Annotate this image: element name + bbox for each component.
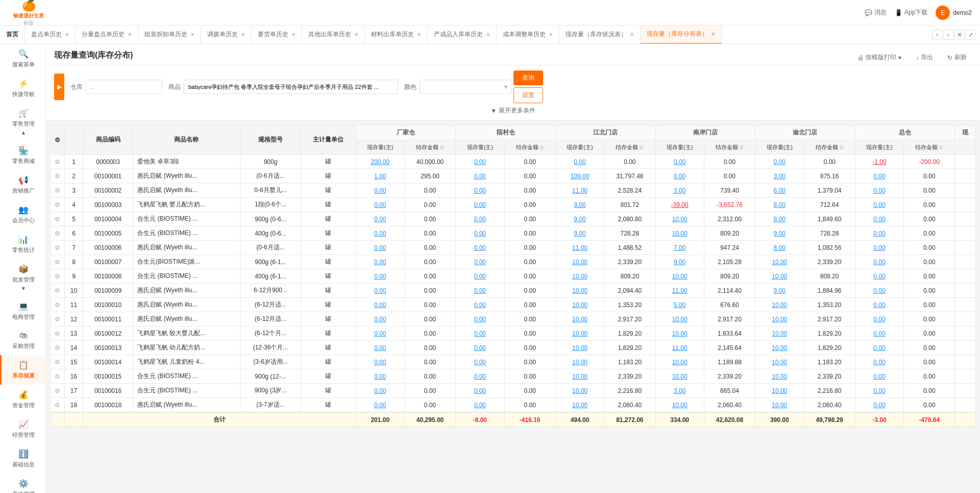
col-namd-qty[interactable]: 10.00	[655, 326, 704, 341]
col-zc-qty[interactable]: 0.00	[855, 212, 903, 226]
sidebar-item-member[interactable]: 👥 会员中心	[0, 200, 45, 229]
col-jbmd-qty[interactable]: 10.00	[555, 341, 604, 355]
goods-input[interactable]	[184, 80, 398, 94]
warehouse-input[interactable]	[86, 80, 162, 94]
sidebar-item-mall[interactable]: 🏪 零售商城	[0, 140, 45, 170]
sidebar-item-operations[interactable]: 📈 经营管理	[0, 414, 45, 444]
col-zc-qty[interactable]: -1.00	[855, 155, 903, 169]
col-namd-qty[interactable]: 10.00	[655, 312, 704, 326]
sidebar-item-basics[interactable]: ℹ️ 基础信息	[0, 444, 45, 474]
col-zc-qty[interactable]: 0.00	[855, 298, 903, 312]
close-tab-zuzhezuixie[interactable]: ✕	[190, 32, 194, 37]
col-zc-qty[interactable]: 0.00	[855, 183, 903, 198]
col-ybmd-qty[interactable]: 10.00	[755, 269, 804, 284]
col-setting[interactable]: ⚙	[51, 312, 65, 326]
col-cfj-qty[interactable]: 0.00	[356, 241, 404, 255]
col-setting[interactable]: ⚙	[51, 226, 65, 241]
close-tab-diaopei[interactable]: ✕	[241, 32, 245, 37]
col-jbmd-qty[interactable]: 0.00	[555, 155, 604, 169]
col-jbmd-qty[interactable]: 11.00	[555, 241, 604, 255]
sidebar-item-search[interactable]: 🔍 搜索英单	[0, 44, 45, 74]
col-ybmd-qty[interactable]: 10.00	[755, 255, 804, 269]
setting-btn[interactable]: 设置	[513, 87, 543, 103]
col-jbmd-qty[interactable]: 10.00	[555, 369, 604, 384]
col-namd-qty[interactable]: 10.00	[655, 355, 704, 369]
col-mcj-qty[interactable]: 0.00	[456, 155, 504, 169]
messages-btn[interactable]: 💬 消息	[865, 8, 887, 17]
col-mcj-qty[interactable]: 0.00	[456, 284, 504, 298]
col-setting[interactable]: ⚙	[51, 155, 65, 169]
col-setting[interactable]: ⚙	[51, 369, 65, 384]
close-tab-yaohuo[interactable]: ✕	[291, 32, 296, 37]
col-setting[interactable]: ⚙	[51, 269, 65, 284]
col-cfj-qty[interactable]: 0.00	[356, 226, 404, 241]
table-container[interactable]: ⚙ 商品编码 商品名称 规格型号 主计量单位 厂家仓 陌村仓 江北门店 南岸门店…	[46, 121, 980, 493]
col-mcj-qty[interactable]: 0.00	[456, 183, 504, 198]
sidebar-item-retail[interactable]: 🛒 零售管理 ▲	[0, 103, 45, 140]
col-zc-qty[interactable]: 0.00	[855, 269, 903, 284]
col-setting[interactable]: ⚙	[51, 298, 65, 312]
col-namd-qty[interactable]: 10.00	[655, 212, 704, 226]
col-cfj-qty[interactable]: 0.00	[356, 183, 404, 198]
col-jbmd-qty[interactable]: 109.00	[555, 169, 604, 183]
tab-next-btn[interactable]: ›	[943, 30, 953, 40]
col-setting[interactable]: ⚙	[51, 212, 65, 226]
col-zc-qty[interactable]: 0.00	[855, 255, 903, 269]
col-zc-qty[interactable]: 0.00	[855, 198, 903, 212]
close-tab-qitachuku[interactable]: ✕	[354, 32, 358, 37]
col-zc-qty[interactable]: 0.00	[855, 398, 903, 413]
col-cfj-qty[interactable]: 0.00	[356, 369, 404, 384]
close-tab-chenben[interactable]: ✕	[549, 32, 553, 37]
expand-conditions-btn[interactable]: ▼ 展开更多条件	[491, 106, 535, 115]
col-ybmd-qty[interactable]: 9.00	[755, 284, 804, 298]
col-namd-qty[interactable]: 0.00	[655, 169, 704, 183]
sidebar-item-system[interactable]: ⚙️ 系统管理	[0, 474, 45, 493]
col-namd-qty[interactable]: 0.00	[655, 155, 704, 169]
col-namd-qty[interactable]: 10.00	[655, 226, 704, 241]
sidebar-item-purchase[interactable]: 🛍 采购管理	[0, 326, 45, 355]
tab-qitachuku[interactable]: 其他出库单历史 ✕	[302, 26, 365, 44]
col-namd-qty[interactable]: 5.00	[655, 298, 704, 312]
col-setting[interactable]: ⚙	[51, 183, 65, 198]
close-tab-kucun-dist[interactable]: ✕	[711, 31, 715, 37]
col-jbmd-qty[interactable]: 10.00	[555, 355, 604, 369]
col-mcj-qty[interactable]: 0.00	[456, 169, 504, 183]
sidebar-item-nav[interactable]: ⚡ 快捷导航	[0, 74, 45, 103]
tab-liaoliao[interactable]: 材料出库单历史 ✕	[365, 26, 428, 44]
close-tab-kucun-status[interactable]: ✕	[630, 32, 634, 37]
col-mcj-qty[interactable]: 0.00	[456, 241, 504, 255]
col-setting[interactable]: ⚙	[51, 384, 65, 398]
col-mcj-qty[interactable]: 0.00	[456, 398, 504, 413]
col-namd-qty[interactable]: -39.00	[655, 198, 704, 212]
tab-chancheng[interactable]: 产成品入库单历史 ✕	[428, 26, 497, 44]
col-zc-qty[interactable]: 0.00	[855, 384, 903, 398]
col-ybmd-qty[interactable]: 10.00	[755, 312, 804, 326]
col-cfj-qty[interactable]: 0.00	[356, 269, 404, 284]
close-tab-chancheng[interactable]: ✕	[486, 32, 490, 37]
col-cfj-qty[interactable]: 1.00	[356, 169, 404, 183]
col-setting[interactable]: ⚙	[51, 355, 65, 369]
sidebar-item-inventory[interactable]: 📋 库存核算	[0, 355, 45, 385]
col-cfj-qty[interactable]: 0.00	[356, 384, 404, 398]
col-setting[interactable]: ⚙	[51, 241, 65, 255]
col-namd-qty[interactable]: 10.00	[655, 369, 704, 384]
col-ybmd-qty[interactable]: 10.00	[755, 298, 804, 312]
col-setting[interactable]: ⚙	[51, 284, 65, 298]
close-tab-pandian[interactable]: ✕	[65, 32, 69, 37]
tab-home[interactable]: 首页	[0, 26, 25, 44]
tab-kucun-status[interactable]: 现存量（库存状况表）✕	[559, 26, 641, 44]
user-area[interactable]: E demo2	[936, 6, 972, 20]
col-zc-qty[interactable]: 0.00	[855, 369, 903, 384]
col-mcj-qty[interactable]: 0.00	[456, 212, 504, 226]
col-setting[interactable]: ⚙	[51, 398, 65, 413]
col-ybmd-qty[interactable]: 8.00	[755, 212, 804, 226]
col-jbmd-qty[interactable]: 10.00	[555, 269, 604, 284]
col-namd-qty[interactable]: 7.00	[655, 241, 704, 255]
tab-kucun-dist[interactable]: 现存量（库存分布表）✕	[641, 26, 722, 44]
col-ybmd-qty[interactable]: 10.00	[755, 398, 804, 413]
col-zc-qty[interactable]: 0.00	[855, 326, 903, 341]
ybmd-amt-info[interactable]: ①	[839, 145, 844, 150]
col-zc-qty[interactable]: 0.00	[855, 169, 903, 183]
col-ybmd-qty[interactable]: 10.00	[755, 369, 804, 384]
tab-yaohuo[interactable]: 要货单历史 ✕	[252, 26, 302, 44]
